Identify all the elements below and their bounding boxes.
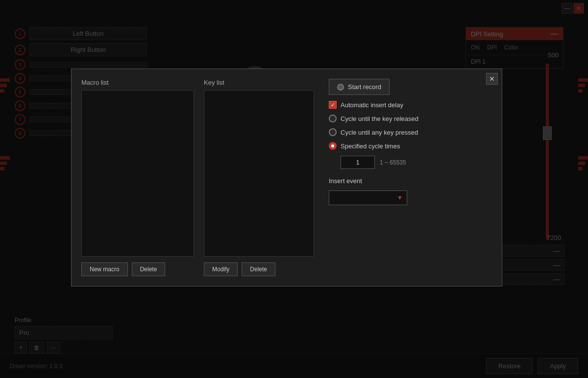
select-arrow-icon: ▼ — [397, 194, 403, 201]
cycle-any-key-radio[interactable] — [329, 128, 337, 136]
auto-insert-row: Automatic insert delay — [329, 101, 492, 109]
cycle-release-row: Cycle until the key released — [329, 115, 492, 122]
auto-insert-label: Automatic insert delay — [341, 101, 403, 109]
specified-cycle-radio[interactable] — [329, 142, 337, 150]
record-indicator — [337, 84, 344, 91]
key-list-buttons: Modify Delete — [204, 262, 314, 276]
insert-event-select[interactable]: ▼ — [329, 190, 407, 205]
specified-cycle-label: Specified cycle times — [341, 142, 400, 150]
key-list-label: Key list — [204, 79, 314, 86]
dialog-right-panel: Start record Automatic insert delay Cycl… — [324, 79, 492, 276]
main-window: — ✕ 1 Left Button — [0, 0, 588, 378]
cycle-release-radio[interactable] — [329, 115, 337, 122]
cycle-input-row: 1 ~ 65535 — [341, 156, 492, 169]
key-list-column: Key list Modify Delete — [204, 79, 314, 276]
macro-dialog: ✕ Macro list New macro Delete Key list M… — [71, 69, 502, 286]
cycle-range-text: 1 ~ 65535 — [380, 159, 406, 166]
delete-macro-button[interactable]: Delete — [132, 262, 166, 276]
new-macro-button[interactable]: New macro — [81, 262, 128, 276]
dialog-close-button[interactable]: ✕ — [486, 73, 498, 85]
cycle-times-input[interactable] — [341, 156, 375, 169]
key-list-area[interactable] — [204, 90, 314, 257]
insert-event-label: Insert event — [329, 177, 492, 185]
dialog-columns: Macro list New macro Delete Key list Mod… — [81, 79, 492, 276]
start-record-label: Start record — [348, 83, 381, 91]
cycle-any-key-label: Cycle until any key pressed — [341, 129, 418, 136]
delete-key-button[interactable]: Delete — [242, 262, 275, 276]
modify-button[interactable]: Modify — [204, 262, 238, 276]
macro-list-buttons: New macro Delete — [81, 262, 194, 276]
cycle-release-label: Cycle until the key released — [341, 115, 418, 122]
macro-list-label: Macro list — [81, 79, 194, 86]
cycle-any-key-row: Cycle until any key pressed — [329, 128, 492, 136]
auto-insert-checkbox[interactable] — [329, 101, 337, 109]
macro-list-column: Macro list New macro Delete — [81, 79, 194, 276]
macro-list-area[interactable] — [81, 90, 194, 257]
start-record-button[interactable]: Start record — [329, 79, 390, 95]
specified-cycle-row: Specified cycle times — [329, 142, 492, 150]
